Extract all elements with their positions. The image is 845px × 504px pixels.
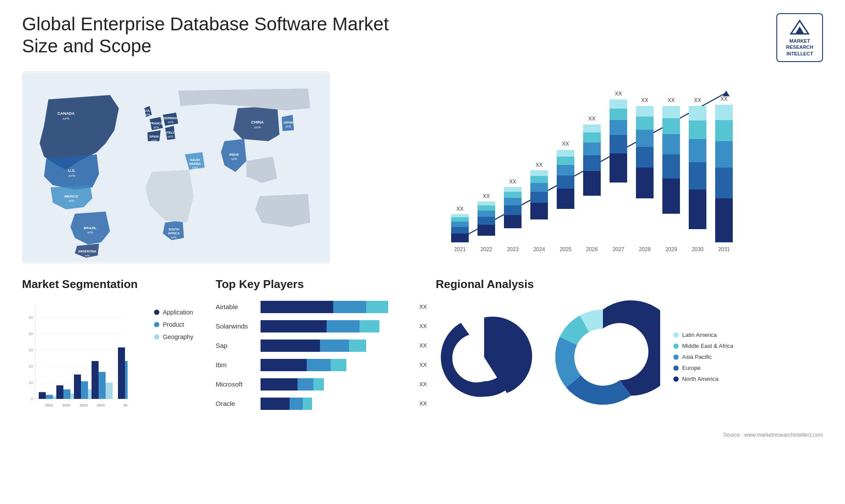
regional-label-mea: Middle East & Africa: [682, 343, 733, 349]
legend-item-product: Product: [154, 321, 193, 328]
player-bar-airtable: [261, 300, 411, 314]
svg-text:XX: XX: [641, 97, 648, 103]
svg-text:XX: XX: [588, 116, 595, 122]
svg-text:xx%: xx%: [192, 166, 198, 169]
player-row-airtable: Airtable XX: [216, 300, 427, 314]
regional-dot-mea: [673, 343, 679, 349]
svg-marker-1: [795, 26, 804, 34]
svg-text:GERMANY: GERMANY: [163, 117, 179, 120]
svg-rect-79: [610, 153, 627, 183]
bottom-content: Market Segmentation: [22, 278, 823, 423]
player-bar-xx-ibm: XX: [419, 362, 427, 368]
svg-text:U.K.: U.K.: [144, 109, 151, 112]
svg-rect-41: [451, 214, 469, 217]
svg-rect-129: [46, 395, 53, 399]
donut-area: Latin America Middle East & Africa Asia …: [436, 300, 823, 414]
svg-text:xx%: xx%: [62, 117, 69, 121]
svg-rect-104: [689, 106, 706, 121]
svg-rect-141: [99, 372, 106, 399]
regional-legend-mea: Middle East & Africa: [673, 343, 733, 349]
regional-section: Regional Analysis: [436, 278, 823, 414]
regional-dot-europe: [673, 365, 679, 371]
svg-text:xx%: xx%: [168, 121, 174, 124]
player-name-sap: Sap: [216, 342, 255, 349]
regional-legend-europe: Europe: [673, 365, 733, 371]
svg-rect-60: [530, 183, 548, 192]
svg-rect-58: [530, 203, 548, 219]
svg-text:XX: XX: [668, 97, 675, 103]
page-container: Global Enterprise Database Software Mark…: [0, 0, 845, 504]
svg-rect-159: [331, 359, 346, 371]
main-bar-chart: XX 2021 XX 2022: [348, 80, 814, 264]
svg-rect-94: [662, 154, 680, 179]
svg-text:SOUTH: SOUTH: [169, 228, 180, 231]
svg-rect-164: [290, 398, 303, 410]
svg-rect-144: [118, 347, 125, 399]
svg-rect-37: [451, 234, 469, 242]
svg-rect-75: [583, 132, 601, 142]
svg-rect-145: [125, 361, 128, 399]
svg-text:FRANCE: FRANCE: [150, 122, 162, 125]
svg-rect-133: [63, 389, 70, 399]
segmentation-chart: 0 10 20 30 40 50 2021: [22, 300, 128, 414]
regional-label-europe: Europe: [682, 365, 701, 371]
svg-rect-161: [298, 378, 313, 391]
svg-text:xx%: xx%: [286, 125, 291, 128]
svg-rect-152: [327, 320, 360, 332]
svg-text:2021: 2021: [454, 246, 466, 252]
svg-rect-45: [478, 217, 495, 225]
players-section: Top Key Players Airtable XX Solarwinds: [216, 278, 427, 411]
svg-rect-40: [451, 217, 469, 222]
svg-rect-163: [261, 398, 290, 410]
svg-rect-136: [74, 374, 81, 398]
svg-rect-154: [261, 340, 320, 352]
svg-text:ARABIA: ARABIA: [189, 162, 201, 165]
svg-text:SAUDI: SAUDI: [190, 158, 200, 161]
player-bar-xx-sap: XX: [419, 342, 427, 349]
svg-text:2029: 2029: [665, 246, 677, 252]
svg-rect-62: [530, 170, 548, 176]
svg-text:10: 10: [29, 380, 33, 385]
svg-rect-101: [689, 162, 706, 190]
svg-rect-148: [261, 301, 333, 313]
player-bar-xx-oracle: XX: [419, 400, 427, 407]
svg-rect-128: [39, 392, 46, 398]
svg-text:ITALY: ITALY: [166, 131, 174, 134]
players-list: Airtable XX Solarwinds: [216, 300, 427, 411]
svg-rect-158: [307, 359, 331, 371]
regional-label-asia-pacific: Asia Pacific: [682, 354, 712, 360]
svg-rect-76: [583, 124, 601, 132]
svg-rect-162: [313, 378, 324, 391]
svg-rect-103: [689, 121, 706, 139]
svg-rect-132: [56, 385, 63, 399]
svg-rect-155: [320, 340, 349, 352]
svg-text:XX: XX: [615, 91, 622, 97]
svg-text:xx%: xx%: [87, 231, 93, 234]
svg-text:INDIA: INDIA: [229, 153, 239, 157]
svg-rect-89: [636, 117, 654, 130]
svg-text:2027: 2027: [613, 246, 625, 252]
svg-text:2024: 2024: [97, 403, 105, 407]
svg-text:2021: 2021: [45, 403, 53, 407]
svg-rect-110: [715, 120, 733, 141]
player-name-oracle: Oracle: [216, 400, 255, 407]
svg-rect-82: [610, 109, 627, 120]
svg-rect-48: [478, 201, 495, 205]
regional-title: Regional Analysis: [436, 278, 823, 291]
legend-dot-application: [154, 310, 159, 315]
svg-rect-80: [610, 135, 627, 153]
svg-rect-142: [106, 383, 113, 399]
svg-text:2022: 2022: [62, 403, 70, 407]
svg-rect-137: [81, 381, 88, 399]
svg-text:2026: 2026: [586, 246, 598, 252]
svg-text:0: 0: [31, 397, 33, 401]
svg-rect-111: [715, 105, 733, 120]
svg-text:JAPAN: JAPAN: [283, 121, 293, 124]
svg-text:2025: 2025: [123, 403, 128, 407]
chart-section: XX 2021 XX 2022: [339, 71, 823, 264]
svg-rect-52: [504, 205, 522, 215]
svg-rect-95: [662, 134, 680, 154]
svg-text:2030: 2030: [692, 246, 704, 252]
svg-text:xx%: xx%: [68, 199, 74, 202]
player-bar-xx-airtable: XX: [419, 303, 427, 310]
